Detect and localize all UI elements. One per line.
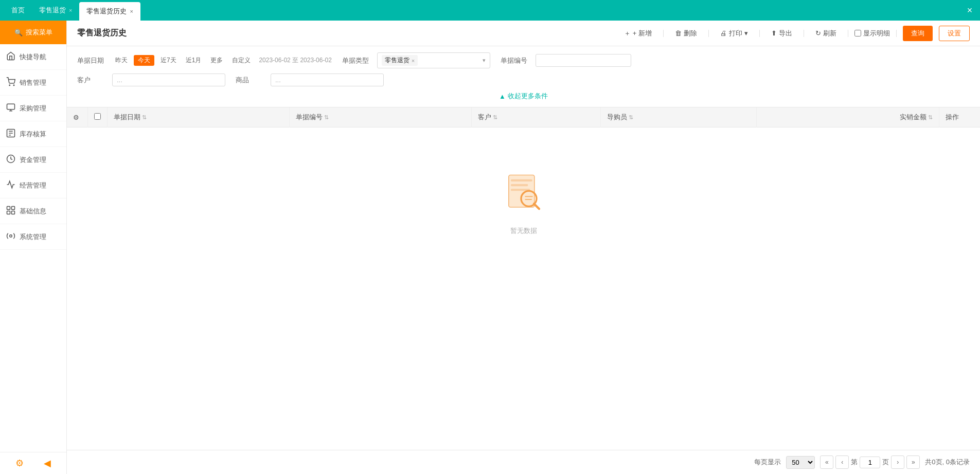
customer-ellipsis: ... — [117, 76, 122, 84]
sidebar-item-inventory[interactable]: 库存核算 — [0, 121, 66, 147]
sidebar-search[interactable]: 🔍 搜索菜单 — [0, 21, 66, 44]
th-checkbox[interactable] — [87, 107, 107, 127]
date-filter-label: 单据日期 — [77, 56, 108, 65]
display-detail-wrap: 显示明细 — [854, 29, 890, 38]
sidebar-item-label-purchase: 采购管理 — [20, 104, 46, 113]
date-btn-today[interactable]: 今天 — [134, 55, 154, 66]
system-icon — [6, 231, 15, 242]
th-date[interactable]: 单据日期 ⇅ — [107, 107, 289, 127]
th-guide[interactable]: 导购员 ⇅ — [601, 107, 757, 127]
delete-button[interactable]: 🗑 删除 — [670, 26, 702, 41]
sort-date-icon: ⇅ — [142, 114, 147, 121]
finance-icon — [6, 154, 15, 165]
voucher-number-label: 单据编号 — [501, 56, 531, 65]
new-button[interactable]: ＋ + 新增 — [619, 26, 657, 41]
sidebar-item-finance[interactable]: 资金管理 — [0, 147, 66, 173]
export-label: 导出 — [779, 29, 792, 38]
sidebar-bottom: ⚙ ◀ — [0, 452, 66, 474]
settings-button[interactable]: 设置 — [939, 26, 970, 41]
date-btn-custom[interactable]: 自定义 — [229, 55, 254, 66]
th-number[interactable]: 单据编号 ⇅ — [289, 107, 471, 127]
date-filter-buttons: 昨天 今天 近7天 近1月 更多 自定义 2023-06-02 至 2023-0… — [112, 55, 332, 66]
export-button[interactable]: ⬆ 导出 — [766, 26, 797, 41]
refresh-icon: ↻ — [815, 29, 821, 37]
th-amount-label: 实销金额 — [900, 113, 926, 122]
query-button[interactable]: 查询 — [903, 26, 933, 41]
th-action: 操作 — [939, 107, 980, 127]
table-header-row: ⚙ 单据日期 ⇅ 单据编号 — [67, 107, 980, 127]
date-range-display: 2023-06-02 至 2023-06-02 — [259, 56, 331, 65]
collapse-sidebar-icon[interactable]: ◀ — [44, 458, 51, 469]
page-number-input[interactable] — [860, 457, 880, 468]
total-info: 共0页, 0条记录 — [925, 458, 970, 467]
header-actions: ＋ + 新增 🗑 删除 🖨 打印 ▾ ⬆ 导出 — [619, 26, 970, 41]
settings-label: 设置 — [948, 29, 961, 37]
sidebar-item-system[interactable]: 系统管理 — [0, 224, 66, 250]
display-detail-label: 显示明细 — [863, 29, 890, 38]
page-last-button[interactable]: » — [906, 455, 920, 469]
empty-text: 暂无数据 — [510, 226, 537, 235]
page-header: 零售退货历史 ＋ + 新增 🗑 删除 🖨 打印 ▾ — [67, 21, 980, 46]
tab-home[interactable]: 首页 — [4, 0, 32, 21]
tab-retail-return-history[interactable]: 零售退货历史 × — [79, 2, 140, 21]
voucher-number-filter-group: 单据编号 — [501, 54, 631, 67]
delete-icon: 🗑 — [675, 29, 682, 37]
sidebar-item-label-inventory: 库存核算 — [20, 130, 46, 139]
collapse-up-icon: ▲ — [499, 93, 506, 100]
sidebar-item-label-sales: 销售管理 — [20, 78, 46, 87]
select-all-checkbox[interactable] — [94, 113, 101, 120]
date-btn-7days[interactable]: 近7天 — [157, 55, 180, 66]
th-customer[interactable]: 客户 ⇅ — [472, 107, 601, 127]
tab-retail-return[interactable]: 零售退货 × — [32, 0, 79, 21]
page-next-button[interactable]: › — [891, 455, 904, 469]
refresh-button[interactable]: ↻ 刷新 — [810, 26, 842, 41]
print-button[interactable]: 🖨 打印 ▾ — [715, 26, 753, 41]
page-prev-button[interactable]: ‹ — [835, 455, 849, 469]
voucher-type-select[interactable]: 零售退货 × ▾ — [377, 52, 490, 68]
th-gear[interactable]: ⚙ — [67, 107, 87, 127]
date-btn-1month[interactable]: 近1月 — [183, 55, 205, 66]
close-retail-return-history-tab[interactable]: × — [130, 8, 133, 14]
new-label: + 新增 — [633, 29, 652, 38]
sidebar-item-basic-info[interactable]: 基础信息 — [0, 198, 66, 224]
voucher-type-dropdown-icon: ▾ — [483, 57, 486, 64]
th-amount[interactable]: 实销金额 ⇅ — [757, 107, 939, 127]
display-detail-checkbox[interactable] — [854, 30, 861, 37]
customer-select[interactable]: ... — [112, 74, 225, 86]
svg-rect-2 — [7, 104, 15, 110]
voucher-number-input[interactable] — [536, 54, 631, 67]
delete-label: 删除 — [684, 29, 697, 38]
export-icon: ⬆ — [771, 29, 777, 37]
sidebar-item-label-finance: 资金管理 — [20, 155, 46, 165]
settings-bottom-icon[interactable]: ⚙ — [15, 458, 24, 469]
inventory-icon — [6, 129, 15, 139]
tab-home-label: 首页 — [11, 6, 25, 15]
goods-select[interactable]: ... — [271, 74, 384, 86]
content-area: 零售退货历史 ＋ + 新增 🗑 删除 🖨 打印 ▾ — [67, 21, 980, 474]
tab-retail-return-history-label: 零售退货历史 — [86, 7, 127, 16]
sidebar-item-label-operations: 经营管理 — [20, 181, 46, 190]
sidebar-search-label: 搜索菜单 — [26, 28, 52, 37]
sidebar-item-quick-nav[interactable]: 快捷导航 — [0, 44, 66, 70]
page-first-button[interactable]: « — [820, 455, 833, 469]
sidebar-item-operations[interactable]: 经营管理 — [0, 173, 66, 198]
close-retail-return-tab[interactable]: × — [69, 7, 72, 13]
th-guide-label: 导购员 — [607, 113, 627, 122]
divider5 — [848, 30, 848, 37]
voucher-type-chip-close[interactable]: × — [412, 58, 415, 64]
print-icon: 🖨 — [720, 29, 727, 37]
customer-filter-label: 客户 — [77, 76, 108, 85]
date-btn-more[interactable]: 更多 — [207, 55, 226, 66]
svg-point-0 — [9, 85, 10, 86]
collapse-row: ▲ 收起更多条件 — [77, 92, 970, 101]
collapse-filter-button[interactable]: ▲ 收起更多条件 — [499, 92, 548, 101]
window-close-button[interactable]: × — [959, 0, 980, 21]
date-btn-yesterday[interactable]: 昨天 — [112, 55, 131, 66]
svg-rect-6 — [12, 207, 15, 210]
page-unit: 页 — [882, 458, 889, 467]
filter-row-1: 单据日期 昨天 今天 近7天 近1月 更多 自定义 2023-06-02 至 2… — [77, 52, 970, 68]
sidebar-item-label-quick-nav: 快捷导航 — [20, 52, 46, 62]
sidebar-item-purchase[interactable]: 采购管理 — [0, 96, 66, 121]
sidebar-item-sales[interactable]: 销售管理 — [0, 70, 66, 96]
per-page-select[interactable]: 50 10 20 100 — [786, 456, 815, 469]
